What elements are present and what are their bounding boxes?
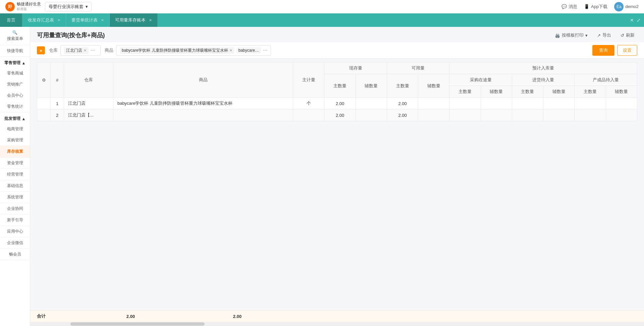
- sidebar-item-retail-stats[interactable]: 零售统计: [0, 101, 30, 112]
- sidebar-item-retail-mall[interactable]: 零售商城: [0, 68, 30, 79]
- tab-home-label: 首页: [7, 17, 15, 23]
- expand-icon[interactable]: ⤢: [637, 17, 641, 23]
- page-header: 可用量查询(按仓库+商品) 🖨️ 按模板打印 ▾ ↗ 导出 ↺ 刷新: [30, 27, 644, 42]
- col-warehouse-header: 仓库: [64, 62, 113, 98]
- sidebar-quick-nav[interactable]: 快捷导航: [0, 45, 30, 57]
- sidebar-item-vip[interactable]: 畅会员: [0, 249, 30, 260]
- row-no: 2: [51, 109, 64, 121]
- warehouse-more-icon[interactable]: ···: [91, 47, 95, 53]
- sidebar-search[interactable]: 🔍 搜索菜单: [0, 27, 30, 45]
- nav-tabs-bar: 首页 收发存汇总表 ✕ 要货单统计表 ✕ 可用量库存账本 ✕ ✕ ⤢: [0, 13, 644, 27]
- tab-close-icon[interactable]: ✕: [149, 18, 152, 22]
- product-label: 商品: [105, 47, 113, 53]
- sidebar-item-purchasing[interactable]: 采购管理: [0, 135, 30, 146]
- footer-purchase-aux: [384, 314, 411, 319]
- top-bar: 好 畅捷通好生意 标准版 母婴行业演示账套 ▾ 💬 消息 📱 App下载 Ea …: [0, 0, 644, 13]
- row-goods-main: [512, 109, 543, 121]
- tab-home[interactable]: 首页: [0, 13, 22, 27]
- sidebar-item-finance[interactable]: 资金管理: [0, 157, 30, 169]
- sidebar-section-enterprise: 企业协同: [0, 203, 30, 215]
- table-row: 2 江北门店【... 2.00 2.00: [37, 109, 637, 121]
- user-profile-btn[interactable]: Ea demo2: [614, 2, 639, 11]
- item-label: 经营管理: [7, 172, 23, 177]
- item-label: 采购管理: [7, 138, 23, 142]
- sidebar-item-wechat[interactable]: 企业微信: [0, 237, 30, 248]
- account-selector[interactable]: 母婴行业演示账套 ▾: [45, 2, 92, 11]
- scrollbar-thumb[interactable]: [70, 322, 205, 326]
- item-label: 企业微信: [7, 240, 23, 245]
- product-input[interactable]: babycare学饮杯 儿童防摔防撞吸管杯重力球吸嘴杯宝宝水杯 ✕ babyca…: [116, 45, 271, 56]
- settings-icon: ⚙: [42, 78, 46, 83]
- export-btn[interactable]: ↗ 导出: [594, 31, 614, 40]
- product-remove-icon[interactable]: ✕: [229, 48, 232, 53]
- col-goods-main-header: 主数量: [512, 86, 543, 98]
- sidebar-section-wechat: 企业微信: [0, 237, 30, 249]
- sidebar-item-apps[interactable]: 应用中心: [0, 226, 30, 237]
- query-button[interactable]: 查询: [592, 45, 614, 56]
- sidebar-item-inventory-check[interactable]: 库存核算: [0, 146, 30, 157]
- nav-controls: ✕ ⤢: [627, 13, 644, 27]
- tab-collection-summary[interactable]: 收发存汇总表 ✕: [22, 13, 66, 27]
- close-tab-icon[interactable]: ✕: [630, 17, 634, 23]
- refresh-icon: ↺: [621, 33, 624, 38]
- row-purchase-main: [449, 109, 481, 121]
- sidebar-item-operations[interactable]: 经营管理: [0, 169, 30, 180]
- sidebar-item-basics[interactable]: 基础信息: [0, 180, 30, 191]
- chevron-down-icon: ▾: [86, 4, 88, 9]
- print-btn[interactable]: 🖨️ 按模板打印 ▾: [552, 31, 590, 40]
- sidebar-section-apps: 应用中心: [0, 226, 30, 237]
- col-expectedin-header: 预计入库量: [449, 62, 637, 74]
- footer-stock-aux: [171, 314, 198, 319]
- col-stock-main-header: 主数量: [324, 74, 356, 98]
- col-settings-header[interactable]: ⚙: [37, 62, 51, 98]
- col-product-header: 商品: [113, 62, 293, 98]
- footer-purchase-main: [331, 314, 358, 319]
- sidebar-section-operations: 经营管理: [0, 169, 30, 180]
- sidebar-section-system: 系统管理: [0, 192, 30, 203]
- sidebar-item-retail-management[interactable]: 零售管理 ▲: [0, 57, 30, 68]
- row-avail-aux: [418, 109, 449, 121]
- sidebar-section-wholesale: 批发管理 ▲ 电商管理 采购管理: [0, 112, 30, 146]
- logo-area: 好 畅捷通好生意 标准版: [5, 2, 41, 12]
- account-label: 母婴行业演示账套: [49, 4, 84, 10]
- tab-goods-order[interactable]: 要货单统计表 ✕: [66, 13, 110, 27]
- sidebar-item-enterprise[interactable]: 企业协同: [0, 203, 30, 214]
- tab-close-icon[interactable]: ✕: [101, 18, 104, 22]
- refresh-label: 刷新: [626, 32, 635, 38]
- col-purchase-aux-header: 辅数量: [481, 86, 512, 98]
- settings-button[interactable]: 设置: [617, 45, 637, 56]
- username-label: demo2: [625, 4, 639, 9]
- message-label: 消息: [569, 4, 577, 10]
- warehouse-input[interactable]: 江北门店 ✕ ···: [60, 45, 101, 56]
- app-download-btn[interactable]: 📱 App下载: [584, 4, 607, 10]
- warehouse-tag: 江北门店 ✕: [64, 47, 89, 54]
- sidebar-item-guide[interactable]: 新手引导: [0, 215, 30, 226]
- sidebar-item-system[interactable]: 系统管理: [0, 192, 30, 203]
- sidebar-item-wholesale-management[interactable]: 批发管理 ▲: [0, 112, 30, 124]
- product-tag-extra: babycare…: [236, 47, 261, 53]
- row-product-main: [575, 98, 606, 109]
- product-more-icon[interactable]: ···: [263, 47, 267, 53]
- col-prodpend-aux-header: 辅数量: [606, 86, 637, 98]
- footer-label: 合计: [37, 313, 104, 319]
- footer-avail-aux: [277, 314, 304, 319]
- sidebar: 🔍 搜索菜单 快捷导航 零售管理 ▲ 零售商城 营销推广 会员中心 零售统计: [0, 27, 30, 326]
- row-stock-aux: [356, 98, 387, 109]
- tab-available-inventory[interactable]: 可用量库存账本 ✕: [110, 13, 158, 27]
- filter-toggle-btn[interactable]: »: [37, 46, 45, 54]
- sidebar-item-marketing[interactable]: 营销推广: [0, 79, 30, 90]
- row-stock-main: 2.00: [324, 98, 356, 109]
- sidebar-item-ecommerce[interactable]: 电商管理: [0, 124, 30, 135]
- footer-goods-main: [437, 314, 464, 319]
- item-label: 系统管理: [7, 195, 23, 199]
- tab-close-icon[interactable]: ✕: [57, 18, 60, 22]
- message-btn[interactable]: 💬 消息: [561, 4, 577, 10]
- row-no: 1: [51, 98, 64, 109]
- refresh-btn[interactable]: ↺ 刷新: [618, 31, 637, 40]
- warehouse-remove-icon[interactable]: ✕: [84, 48, 87, 53]
- col-goods-aux-header: 辅数量: [543, 86, 575, 98]
- horizontal-scrollbar[interactable]: [30, 322, 644, 326]
- sidebar-item-members[interactable]: 会员中心: [0, 90, 30, 101]
- logo-sub: 标准版: [17, 7, 41, 11]
- row-product: babycare学饮杯 儿童防摔防撞吸管杯重力球吸嘴杯宝宝水杯: [113, 98, 293, 109]
